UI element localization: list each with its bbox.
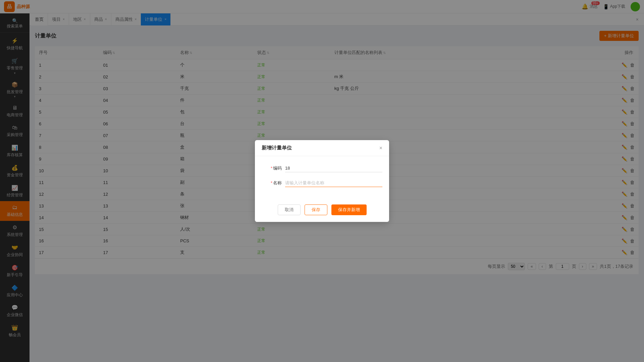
form-label-code: 编码 [262,165,282,171]
modal-header: 新增计量单位 × [255,140,389,156]
form-label-name: 名称 [262,180,282,186]
code-input[interactable] [285,164,382,172]
name-input[interactable] [285,179,382,187]
cancel-button[interactable]: 取消 [278,204,301,215]
form-item-code: 编码 [262,164,382,172]
save-and-new-button[interactable]: 保存并新增 [331,204,367,215]
modal-footer: 取消 保存 保存并新增 [255,200,389,222]
save-button[interactable]: 保存 [305,204,327,215]
add-unit-modal: 新增计量单位 × 编码 名称 取消 保存 保存并新增 [255,140,389,222]
modal-body: 编码 名称 [255,156,389,200]
modal-title: 新增计量单位 [262,145,292,151]
form-item-name: 名称 [262,179,382,187]
modal-close-button[interactable]: × [379,145,382,151]
modal-overlay: 新增计量单位 × 编码 名称 取消 保存 保存并新增 [0,0,644,362]
